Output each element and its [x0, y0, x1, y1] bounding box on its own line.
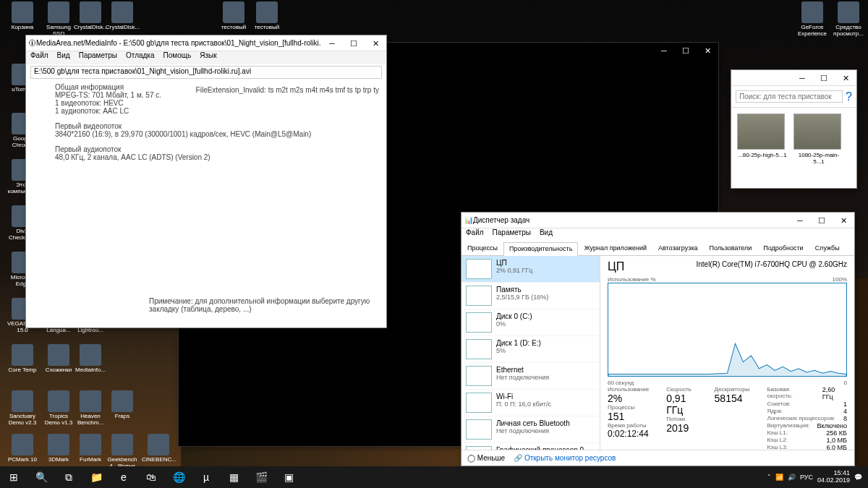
search-input[interactable] [736, 90, 843, 103]
desktop-icon[interactable]: PCMark 10 [6, 434, 39, 463]
tab[interactable]: Процессы [461, 241, 503, 255]
tab[interactable]: Производительность [503, 242, 578, 256]
utorrent-icon[interactable]: µ [192, 466, 220, 488]
perf-sidebar-item[interactable]: Личная сеть BluetoothНет подключения [461, 416, 600, 443]
cpu-model: Intel(R) Core(TM) i7-6700HQ CPU @ 2.60GH… [696, 260, 847, 273]
explorer-icon[interactable]: 📁 [82, 466, 110, 488]
minimize-button[interactable]: ─ [789, 213, 811, 228]
taskbar-app[interactable]: ▦ [220, 466, 247, 488]
desktop-icon[interactable]: Heaven Benchm... [74, 390, 107, 427]
menu-item[interactable]: Вид [57, 51, 70, 64]
ext-warning: FileExtension_Invalid: ts m2t m2s m4t m4… [196, 86, 379, 94]
perf-sidebar-item[interactable]: ЦП2% 0,91 ГГц [461, 256, 600, 283]
perf-sidebar-item[interactable]: Диск 0 (C:)0% [461, 309, 600, 336]
metric-title: ЦП [608, 260, 624, 273]
language-indicator[interactable]: РУС [800, 474, 813, 481]
desktop-icon[interactable]: FurMark [74, 434, 107, 463]
tab[interactable]: Подробности [757, 241, 809, 255]
desktop-icon[interactable]: Geekbench 4 - Ярлык [106, 434, 139, 470]
desktop-icon[interactable]: CrystalDisk... [74, 1, 107, 31]
app-icon: 📊 [464, 216, 473, 224]
menu-item[interactable]: Файл [30, 51, 48, 64]
perf-sidebar-item[interactable]: EthernetНет подключения [461, 363, 600, 390]
info-pane: Общая информация MPEG-TS: 701 Мбайт, 1 м… [26, 80, 386, 328]
menu-item[interactable]: Язык [200, 51, 216, 64]
file-path-field[interactable]: E:\500 gb\для теста приставок\01_Night_v… [30, 66, 382, 79]
network-icon[interactable]: 📶 [775, 474, 783, 481]
file-thumbnail[interactable]: 1080-25p-main-5...1 [793, 114, 844, 182]
video-line: 3840*2160 (16:9), в 29,970 (30000/1001) … [55, 130, 365, 138]
close-button[interactable]: ✕ [835, 70, 856, 86]
cpu-usage-graph [608, 283, 847, 377]
resource-monitor-link[interactable]: 🔗 Открыть монитор ресурсов [514, 454, 616, 462]
taskbar-app[interactable]: ▣ [275, 466, 302, 488]
system-tray[interactable]: ˄ 📶 🔊 РУС 15:41 04.02.2019 💬 [767, 470, 868, 484]
taskbar: ⊞ 🔍 ⧉ 📁 e 🛍 🌐 µ ▦ 🎬 ▣ ˄ 📶 🔊 РУС 15:41 04… [0, 466, 868, 488]
menu-item[interactable]: Параметры [493, 228, 531, 241]
desktop-icon[interactable]: Корзина [6, 1, 39, 31]
menubar: ФайлПараметрыВид [461, 228, 854, 241]
fewer-details-button[interactable]: ◯ Меньше [467, 454, 505, 462]
volume-icon[interactable]: 🔊 [788, 474, 796, 481]
store-icon[interactable]: 🛍 [137, 466, 165, 488]
desktop-icon[interactable]: Core Temp [6, 344, 39, 374]
perf-sidebar-item[interactable]: Диск 1 (D: E:)5% [461, 336, 600, 363]
minimize-button[interactable]: ─ [653, 43, 675, 59]
close-button[interactable]: ✕ [697, 43, 718, 59]
tab[interactable]: Автозагрузка [652, 241, 704, 255]
close-button[interactable]: ✕ [833, 213, 854, 228]
tab[interactable]: Пользователи [704, 241, 758, 255]
desktop-icon[interactable]: GeForce Experience [796, 1, 829, 38]
tab[interactable]: Службы [809, 241, 846, 255]
clock[interactable]: 15:41 04.02.2019 [817, 470, 850, 484]
explorer-window[interactable]: ─ ☐ ✕ ? ...80-25p-high-5...11080-25p-mai… [731, 69, 857, 189]
menu-item[interactable]: Параметры [79, 51, 117, 64]
perf-sidebar-item[interactable]: Память2,5/15,9 ГБ (16%) [461, 283, 600, 309]
menubar: ФайлВидПараметрыОтладкаПомощьЯзык [26, 51, 386, 64]
tray-up-icon[interactable]: ˄ [767, 474, 771, 481]
taskbar-app[interactable]: 🎬 [247, 466, 275, 488]
perf-sidebar-item[interactable]: Wi-FiП: 0 П: 16,0 кбит/с [461, 390, 600, 416]
search-icon[interactable]: 🔍 [27, 466, 55, 488]
close-button[interactable]: ✕ [365, 35, 386, 51]
desktop-icon[interactable]: MediaInfo... [74, 344, 107, 374]
task-manager-window[interactable]: 📊 Диспетчер задач ─ ☐ ✕ ФайлПараметрыВид… [461, 212, 855, 466]
window-title: Диспетчер задач [473, 216, 789, 224]
desktop-icon[interactable]: 3DMark [42, 434, 75, 463]
video-header: Первый видеопоток [55, 122, 365, 130]
desktop-icon[interactable]: CrystalDisk... [106, 1, 139, 31]
desktop-icon[interactable]: CINEBENC... [142, 434, 175, 463]
help-icon[interactable]: ? [846, 90, 852, 103]
desktop-icon[interactable]: Схожинки [42, 344, 75, 374]
maximize-button[interactable]: ☐ [675, 43, 697, 59]
start-button[interactable]: ⊞ [0, 466, 27, 488]
maximize-button[interactable]: ☐ [343, 35, 365, 51]
desktop-icon[interactable]: Samsung SSD [42, 1, 75, 38]
audio-line: 48,0 КГц, 2 канала, AAC LC (ADTS) (Versi… [55, 153, 365, 161]
desktop-icon[interactable]: Fraps [106, 390, 139, 420]
menu-item[interactable]: Отладка [126, 51, 155, 64]
thumbnail-area: ...80-25p-high-5...11080-25p-main-5...1 [731, 108, 856, 188]
edge-icon[interactable]: e [110, 466, 137, 488]
task-view-icon[interactable]: ⧉ [55, 466, 82, 488]
menu-item[interactable]: Файл [466, 228, 484, 241]
menu-item[interactable]: Вид [540, 228, 553, 241]
tab[interactable]: Журнал приложений [578, 241, 652, 255]
desktop-icon[interactable]: тестовый [250, 1, 284, 31]
chrome-icon[interactable]: 🌐 [165, 466, 192, 488]
info-line: 1 видеопоток: HEVC [55, 99, 365, 107]
desktop-icon[interactable]: Средство просмотр... [832, 1, 865, 38]
minimize-button[interactable]: ─ [791, 70, 813, 86]
desktop-icon[interactable]: Sanctuary Demo v2.3 [6, 390, 39, 427]
desktop-icon[interactable]: тестовый [217, 1, 250, 31]
mediainfo-window[interactable]: 🛈 MediaArea.net/MediaInfo - E:\500 gb\дл… [25, 35, 387, 328]
maximize-button[interactable]: ☐ [811, 213, 833, 228]
file-thumbnail[interactable]: ...80-25p-high-5...1 [737, 114, 788, 182]
perf-sidebar-item[interactable]: Графический процессор 0Intel(R) HD Graph… [461, 443, 600, 450]
menu-item[interactable]: Помощь [163, 51, 192, 64]
desktop-icon[interactable]: Tropics Demo v1.3 [42, 390, 75, 427]
minimize-button[interactable]: ─ [321, 35, 343, 51]
notifications-icon[interactable]: 💬 [854, 474, 862, 481]
maximize-button[interactable]: ☐ [813, 70, 835, 86]
tab-strip: ПроцессыПроизводительностьЖурнал приложе… [461, 241, 854, 256]
